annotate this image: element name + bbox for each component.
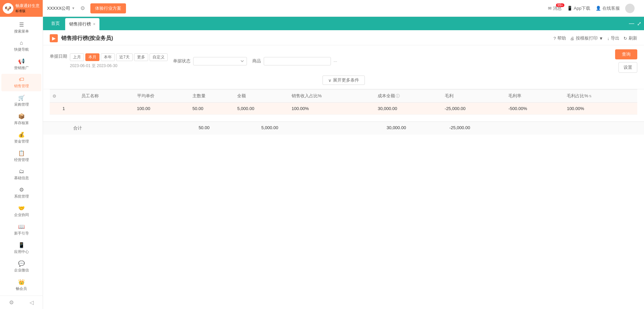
export-label: 导出 xyxy=(611,35,619,41)
print-button[interactable]: 🖨 按模板打印 ▼ xyxy=(570,35,603,41)
back-button[interactable]: ▶ xyxy=(50,34,58,42)
company-selector[interactable]: XXXXX公司 ▼ xyxy=(47,5,75,11)
sidebar-item-marketing[interactable]: 📢 营销推广 xyxy=(1,55,41,73)
company-name: XXXXX公司 xyxy=(47,5,70,11)
th-amount: 全额 xyxy=(234,90,289,103)
inventory-icon: 📦 xyxy=(18,113,25,119)
sidebar-item-search-order[interactable]: ☰ 搜索菜单 xyxy=(1,19,41,37)
settings-button[interactable]: 设置 xyxy=(618,62,637,73)
export-button[interactable]: ↓ 导出 xyxy=(607,35,620,41)
date-btn-more[interactable]: 自定义 xyxy=(149,53,168,61)
print-icon: 🖨 xyxy=(570,36,574,41)
query-button[interactable]: 查询 xyxy=(615,49,637,59)
online-service-button[interactable]: 👤 在线客服 xyxy=(596,5,620,11)
logo-title: 畅康通好生意 xyxy=(15,3,40,9)
sidebar-item-inventory[interactable]: 📦 库存核算 xyxy=(1,110,41,128)
export-icon: ↓ xyxy=(607,36,610,41)
help-button[interactable]: ? 帮助 xyxy=(553,35,566,41)
sidebar-item-app-center[interactable]: 📱 应用中心 xyxy=(1,239,41,257)
sidebar-item-new-user-guide[interactable]: 📖 新手引导 xyxy=(1,221,41,239)
filter-row: 单据日期 上月 本月 本年 近7天 更多 自定义 2023- xyxy=(50,49,637,73)
sidebar-settings-icon[interactable]: ⚙ xyxy=(9,299,14,306)
th-avg-price: 平均单价 xyxy=(134,90,190,103)
tab-minimize-icon[interactable]: — xyxy=(629,20,634,27)
status-filter-label: 单据状态 xyxy=(173,58,190,64)
app-download-button[interactable]: 📱 App下载 xyxy=(567,5,590,11)
filter-expand-row: ∨ 展开更多条件 xyxy=(50,75,637,85)
service-icon: 👤 xyxy=(596,6,601,11)
th-rank xyxy=(60,90,79,103)
message-button[interactable]: ✉ 消息 99+ xyxy=(548,5,562,11)
goods-more-icon[interactable]: ··· xyxy=(334,59,337,64)
content-area: ▶ 销售排行榜(按业务员) ? 帮助 🖨 按模板打印 ▼ ↓ 导 xyxy=(43,30,644,309)
sidebar-item-label: 新手引导 xyxy=(14,231,29,236)
topbar: XXXXX公司 ▼ ⚙ 体验行业方案 ✉ 消息 99+ 📱 App下载 👤 在线… xyxy=(43,0,644,17)
sidebar-item-finance[interactable]: 💰 资金管理 xyxy=(1,129,41,147)
user-avatar[interactable] xyxy=(625,4,635,13)
sidebar-bottom: ⚙ ◁ xyxy=(0,296,43,309)
status-select[interactable] xyxy=(193,57,247,65)
expand-more-label: 展开更多条件 xyxy=(333,77,359,83)
sidebar-item-label: 畅会员 xyxy=(16,286,27,291)
system-mgmt-icon: ⚙ xyxy=(19,187,24,193)
sidebar-item-label: 经营管理 xyxy=(14,157,29,162)
tab-home[interactable]: 首页 xyxy=(46,17,65,30)
message-badge: 99+ xyxy=(556,3,564,7)
goods-filter: 商品 ··· xyxy=(252,57,337,65)
company-dropdown-icon: ▼ xyxy=(72,6,75,10)
sidebar-item-enterprise-collab[interactable]: 🤝 企业协同 xyxy=(1,202,41,220)
cell-amount: 5,000.00 xyxy=(234,103,289,115)
sidebar-item-member[interactable]: 👑 畅会员 xyxy=(1,276,41,294)
sidebar-item-label: 企业协同 xyxy=(14,212,29,217)
cost-amount-info-icon[interactable]: ⓘ xyxy=(396,93,400,99)
expand-more-button[interactable]: ∨ 展开更多条件 xyxy=(323,75,365,85)
th-employee-name: 员工名称 xyxy=(79,90,134,103)
help-icon: ? xyxy=(553,36,556,41)
th-gross-pct: 毛利占比% ⇅ xyxy=(564,90,637,103)
sidebar-item-label: 应用中心 xyxy=(14,249,29,254)
sidebar-item-label: 销售管理 xyxy=(14,84,29,89)
column-settings-icon[interactable]: ⚙ xyxy=(52,94,56,99)
date-btn-7days[interactable]: 更多 xyxy=(134,53,148,61)
cell-settings xyxy=(50,103,60,115)
page-actions: ? 帮助 🖨 按模板打印 ▼ ↓ 导出 ↻ 刷新 xyxy=(553,35,637,41)
enterprise-collab-icon: 🤝 xyxy=(18,205,25,211)
service-label: 在线客服 xyxy=(602,5,620,11)
footer-avg-price xyxy=(133,125,196,131)
date-btn-active[interactable]: 本年 xyxy=(101,53,115,61)
footer-total-label: 合计 xyxy=(73,125,82,131)
cell-employee-name xyxy=(79,103,134,115)
date-btn-last-month[interactable]: 上月 xyxy=(70,53,84,61)
gross-pct-sort-icon[interactable]: ⇅ xyxy=(589,94,592,98)
refresh-button[interactable]: ↻ 刷新 xyxy=(624,35,637,41)
sidebar-item-basic-info[interactable]: 🗂 基础信息 xyxy=(1,166,41,183)
cell-gross-pct: 100.00% xyxy=(564,103,637,115)
topbar-settings-icon[interactable]: ⚙ xyxy=(80,5,85,11)
tab-close-icon[interactable]: × xyxy=(93,22,95,27)
finance-icon: 💰 xyxy=(18,132,25,138)
tab-maximize-icon[interactable]: ⤢ xyxy=(637,20,641,27)
page-inner: ▶ 销售排行榜(按业务员) ? 帮助 🖨 按模板打印 ▼ ↓ 导 xyxy=(43,30,644,309)
sidebar-item-purchase-mgmt[interactable]: 🛒 采购管理 xyxy=(1,92,41,110)
sidebar-item-sales-mgmt[interactable]: 🏷 销售管理 xyxy=(1,74,41,91)
trial-button[interactable]: 体验行业方案 xyxy=(90,3,126,13)
sidebar-item-enterprise-wechat[interactable]: 💬 企业微信 xyxy=(1,258,41,275)
footer-amount: 5,000.00 xyxy=(259,125,321,131)
sidebar-collapse-icon[interactable]: ◁ xyxy=(30,299,34,306)
goods-input[interactable] xyxy=(264,57,331,65)
sidebar-item-quick-nav[interactable]: ⌂ 快捷导航 xyxy=(1,37,41,55)
enterprise-wechat-icon: 💬 xyxy=(18,260,25,267)
sidebar-logo: 🐶 畅康通好生意 标准版 xyxy=(0,0,43,17)
date-btn-this-year[interactable]: 近7天 xyxy=(116,53,133,61)
footer-gross-profit: -25,000.00 xyxy=(446,125,509,131)
sidebar-item-system-mgmt[interactable]: ⚙ 系统管理 xyxy=(1,184,41,202)
status-filter: 单据状态 xyxy=(173,57,247,65)
purchase-mgmt-icon: 🛒 xyxy=(18,95,25,101)
cell-rank: 1 xyxy=(60,103,79,115)
table-body: 1 100.00 50.00 5,000.00 100.00% 30,000.0… xyxy=(50,103,637,115)
date-filter-label: 单据日期 xyxy=(50,53,67,59)
tab-sales-ranking[interactable]: 销售排行榜 × xyxy=(65,18,99,30)
date-btn-this-month[interactable]: 本月 xyxy=(85,53,99,61)
sidebar-item-ops-mgmt[interactable]: 📋 经营管理 xyxy=(1,147,41,165)
help-label: 帮助 xyxy=(557,35,566,41)
